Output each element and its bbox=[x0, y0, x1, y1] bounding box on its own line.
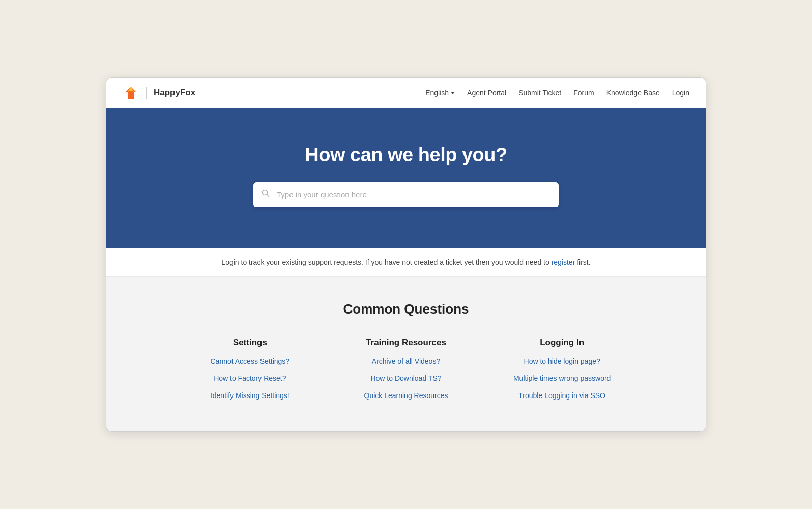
hero-title: How can we help you? bbox=[123, 144, 689, 166]
login-banner: Login to track your existing support req… bbox=[106, 248, 706, 277]
agent-portal-link[interactable]: Agent Portal bbox=[467, 89, 506, 97]
list-item: Quick Learning Resources bbox=[333, 391, 479, 401]
browser-window: HappyFox English Agent Portal Submit Tic… bbox=[106, 77, 706, 432]
knowledge-base-link[interactable]: Knowledge Base bbox=[606, 89, 660, 97]
settings-column: Settings Cannot Access Settings? How to … bbox=[177, 337, 323, 401]
hero-section: How can we help you? bbox=[106, 108, 706, 248]
logging-in-links: How to hide login page? Multiple times w… bbox=[489, 357, 635, 401]
questions-grid: Settings Cannot Access Settings? How to … bbox=[177, 337, 635, 401]
training-links: Archive of all Videos? How to Download T… bbox=[333, 357, 479, 401]
logging-in-column: Logging In How to hide login page? Multi… bbox=[489, 337, 635, 401]
factory-reset-link[interactable]: How to Factory Reset? bbox=[214, 374, 286, 382]
archive-videos-link[interactable]: Archive of all Videos? bbox=[372, 357, 440, 365]
knowledge-base-nav-item[interactable]: Knowledge Base bbox=[606, 88, 660, 97]
settings-column-title: Settings bbox=[177, 337, 323, 348]
logo-icon bbox=[123, 84, 139, 101]
submit-ticket-nav-item[interactable]: Submit Ticket bbox=[518, 88, 561, 97]
chevron-down-icon bbox=[451, 92, 455, 94]
cannot-access-settings-link[interactable]: Cannot Access Settings? bbox=[211, 357, 290, 365]
svg-line-4 bbox=[267, 195, 269, 197]
forum-nav-item[interactable]: Forum bbox=[573, 88, 594, 97]
common-questions-section: Common Questions Settings Cannot Access … bbox=[106, 277, 706, 432]
login-link[interactable]: Login bbox=[672, 89, 689, 97]
brand-divider bbox=[146, 87, 147, 99]
list-item: How to Download TS? bbox=[333, 374, 479, 384]
list-item: Identify Missing Settings! bbox=[177, 391, 323, 401]
trouble-logging-sso-link[interactable]: Trouble Logging in via SSO bbox=[518, 391, 605, 400]
brand-name: HappyFox bbox=[154, 88, 195, 98]
section-title: Common Questions bbox=[123, 301, 689, 317]
quick-learning-resources-link[interactable]: Quick Learning Resources bbox=[364, 391, 448, 400]
list-item: Trouble Logging in via SSO bbox=[489, 391, 635, 401]
list-item: Archive of all Videos? bbox=[333, 357, 479, 367]
navbar-nav: English Agent Portal Submit Ticket Forum… bbox=[425, 88, 689, 97]
download-ts-link[interactable]: How to Download TS? bbox=[370, 374, 441, 382]
search-icon bbox=[262, 189, 270, 200]
list-item: Multiple times wrong password bbox=[489, 374, 635, 384]
list-item: How to hide login page? bbox=[489, 357, 635, 367]
hide-login-page-link[interactable]: How to hide login page? bbox=[524, 357, 600, 365]
login-nav-item[interactable]: Login bbox=[672, 88, 689, 97]
settings-links: Cannot Access Settings? How to Factory R… bbox=[177, 357, 323, 401]
login-banner-text-after: first. bbox=[577, 258, 590, 266]
brand: HappyFox bbox=[123, 84, 195, 101]
training-resources-column-title: Training Resources bbox=[333, 337, 479, 348]
list-item: Cannot Access Settings? bbox=[177, 357, 323, 367]
register-link[interactable]: register bbox=[552, 258, 575, 266]
search-container bbox=[253, 182, 559, 207]
login-banner-text-before: Login to track your existing support req… bbox=[221, 258, 549, 266]
navbar: HappyFox English Agent Portal Submit Tic… bbox=[106, 78, 706, 108]
search-input[interactable] bbox=[253, 182, 559, 207]
forum-link[interactable]: Forum bbox=[573, 89, 594, 97]
lang-selector[interactable]: English bbox=[425, 89, 455, 97]
agent-portal-nav-item[interactable]: Agent Portal bbox=[467, 88, 506, 97]
submit-ticket-link[interactable]: Submit Ticket bbox=[518, 89, 561, 97]
logging-in-column-title: Logging In bbox=[489, 337, 635, 348]
missing-settings-link[interactable]: Identify Missing Settings! bbox=[211, 391, 289, 400]
multiple-wrong-password-link[interactable]: Multiple times wrong password bbox=[513, 374, 611, 382]
list-item: How to Factory Reset? bbox=[177, 374, 323, 384]
training-resources-column: Training Resources Archive of all Videos… bbox=[333, 337, 479, 401]
